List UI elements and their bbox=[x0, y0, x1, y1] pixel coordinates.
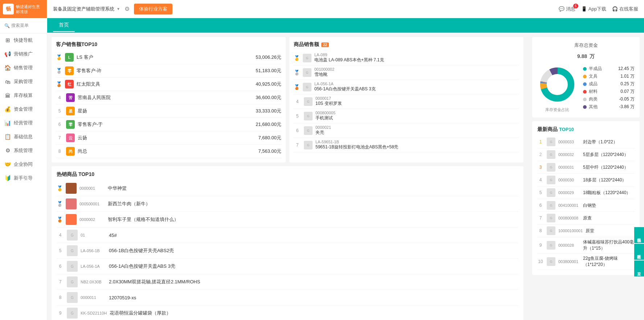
latest-product-item: 2 G 0000032 5层多层（1220*2440） bbox=[537, 148, 635, 161]
message-button[interactable]: 💬 消息 6 bbox=[559, 6, 575, 12]
latest-product-icon: G bbox=[547, 241, 555, 250]
sidebar-item-marketing[interactable]: 📢营销推广 bbox=[0, 47, 47, 61]
hot-product-code: KK-SD22110H bbox=[81, 311, 107, 315]
panels-container: 客户销售额TOP10 🥇 L LS 客户 53,006.26元 🥈 零 零售客户… bbox=[47, 33, 528, 320]
product-thumbnail: G bbox=[67, 292, 78, 303]
svg-point-7 bbox=[547, 75, 567, 94]
latest-products-list: 1 G 0000033 封边带（1.0*22） 2 G 0000032 5层多层… bbox=[537, 136, 635, 270]
sidebar-item-sales[interactable]: 🏠销售管理 bbox=[0, 61, 47, 75]
nav-icon-quick-nav: ⊞ bbox=[4, 37, 11, 44]
online-service-button[interactable]: 🎧 在线客服 bbox=[612, 6, 638, 12]
latest-product-icon: G bbox=[547, 257, 555, 266]
latest-product-item: 3 G 0000031 5层中纤（1220*2440） bbox=[537, 161, 635, 174]
settings-icon[interactable]: ⚙ bbox=[125, 5, 130, 12]
medal-icon: 🥈 bbox=[294, 70, 300, 75]
search-menu-button[interactable]: 🔍 搜索菜单 bbox=[3, 21, 44, 30]
nav-icon-enterprise: 🤝 bbox=[4, 161, 11, 168]
float-btn-service-community[interactable]: 服务社区 bbox=[634, 244, 644, 260]
product-sales-item: 🥉 G LA-056-1A 056-1A白色按键开关盖ABS 3克 bbox=[294, 80, 519, 94]
product-thumbnail bbox=[66, 214, 77, 225]
latest-product-item: 9 G 0000028 体碱嘉核味苏打饮品400毫升（1*15） bbox=[537, 237, 635, 254]
legend-value: 12.45 万 bbox=[618, 66, 635, 72]
latest-rank: 3 bbox=[537, 165, 544, 170]
customer-name: 红太阳文具 bbox=[77, 81, 253, 87]
float-btn-direct-sell[interactable]: 直卖 bbox=[634, 260, 644, 276]
latest-product-icon: G bbox=[547, 188, 555, 197]
page-navigation: 首页 bbox=[47, 18, 644, 33]
sidebar-item-finance[interactable]: 💰资金管理 bbox=[0, 102, 47, 116]
customer-amount: 21,680.00元 bbox=[256, 121, 281, 128]
latest-product-item: 4 G 0000030 18多层（1220*2440） bbox=[537, 174, 635, 186]
hot-products-list: 🥇 0000001 中华神篮 🥈 000500001 新西兰牛肉（新牛） 🥉 0… bbox=[57, 181, 518, 320]
right-sidebar: 库存总资金 9.88 万 bbox=[528, 33, 644, 320]
rank-number: 7 bbox=[294, 143, 301, 148]
product-icon: G bbox=[303, 68, 311, 77]
hot-product-code: 0000001 bbox=[80, 186, 105, 190]
nav-label-system: 系统管理 bbox=[14, 147, 33, 154]
hot-product-code: 0000002 bbox=[80, 217, 105, 222]
product-icon: G bbox=[304, 141, 313, 149]
hot-product-name: 2.0X30MM双搓花轴,搓花直径2.1MM/ROHS bbox=[109, 279, 518, 285]
latest-rank: 2 bbox=[537, 152, 544, 157]
medal-icon: 🥇 bbox=[294, 55, 300, 61]
latest-product-item: 6 G 004100001 白钢垫 bbox=[537, 199, 635, 212]
latest-name: 22g鱼豆腐-烧烤味（1*12*20） bbox=[583, 255, 635, 268]
hot-product-item: 9 G KK-SD22110H 花语萌恒温分罐罐袋（厚款） bbox=[57, 305, 518, 320]
hot-product-code: 01 bbox=[81, 233, 106, 237]
latest-product-icon: G bbox=[547, 226, 555, 235]
product-name: 59651-1B旋转投影灯电池盒ABS黑色+58壳 bbox=[315, 144, 519, 150]
nav-icon-sales: 🏠 bbox=[4, 65, 11, 71]
hot-product-item: 🥉 0000002 智利车子里（规格不知道填什么） bbox=[57, 212, 518, 227]
logo-text: 畅捷通好生意 标准版 bbox=[16, 4, 40, 15]
latest-products-panel: 最新商品 TOP10 1 G 0000033 封边带（1.0*22） 2 G 0… bbox=[532, 121, 640, 275]
sidebar-item-enterprise[interactable]: 🤝企业协同 bbox=[0, 157, 47, 171]
sidebar-item-inventory[interactable]: 🏛库存核算 bbox=[0, 89, 47, 102]
latest-product-item: 8 G 10000100001 原堂 bbox=[537, 225, 635, 237]
latest-code: 0000029 bbox=[558, 190, 580, 195]
customer-avatar: 尚 bbox=[66, 147, 75, 156]
nav-icon-basic: 📋 bbox=[4, 134, 11, 140]
product-thumbnail: G bbox=[67, 276, 78, 287]
legend-item: 文具 1.01 万 bbox=[583, 73, 635, 79]
product-info: LA-089 电池盖 LA-089 ABS本色+黑种 7.1克 bbox=[314, 53, 519, 63]
latest-product-icon: G bbox=[547, 176, 555, 184]
nav-icon-marketing: 📢 bbox=[4, 51, 11, 57]
medal-icon: 🥉 bbox=[294, 84, 300, 90]
sidebar-search[interactable]: 🔍 搜索菜单 bbox=[0, 18, 47, 33]
message-icon: 💬 bbox=[559, 6, 564, 12]
latest-product-icon: G bbox=[547, 150, 555, 159]
logo-icon: 畅 bbox=[3, 4, 14, 15]
latest-code: 10000100001 bbox=[558, 229, 583, 233]
hot-product-code: LA-056-1B bbox=[81, 249, 106, 253]
product-name: 雪地靴 bbox=[314, 71, 519, 78]
customer-amount: 7,680.00元 bbox=[258, 135, 281, 141]
customer-ranking-title: 客户销售额TOP10 bbox=[56, 41, 281, 48]
legend-dot bbox=[583, 98, 587, 101]
product-info: 000800005 手机测试 bbox=[315, 111, 519, 121]
product-code: LA-089 bbox=[314, 53, 519, 57]
product-code: LA-59651-1B bbox=[315, 140, 519, 144]
nav-label-sales: 销售管理 bbox=[14, 65, 33, 71]
main-content: 装备及固定资产辅助管理系统 ▼ ⚙ 体验行业方案 💬 消息 6 📱 App下载 … bbox=[47, 0, 644, 320]
float-btn-customer-service[interactable]: 客服热线 bbox=[634, 227, 644, 243]
rank-number: 5 bbox=[56, 108, 63, 114]
sidebar-item-guide[interactable]: 🔰新手引导 bbox=[0, 171, 47, 185]
legend-name: 其他 bbox=[589, 104, 617, 110]
app-download-button[interactable]: 📱 App下载 bbox=[581, 6, 606, 12]
sidebar-item-quick-nav[interactable]: ⊞快捷导航 bbox=[0, 33, 47, 47]
hot-product-code: 0000011 bbox=[81, 295, 106, 300]
sidebar-item-basic[interactable]: 📋基础信息 bbox=[0, 130, 47, 144]
sidebar-item-purchase[interactable]: 🛍采购管理 bbox=[0, 75, 47, 89]
nav-home[interactable]: 首页 bbox=[53, 19, 75, 32]
float-buttons: 客服热线服务社区直卖 bbox=[634, 227, 644, 276]
sidebar-item-operation[interactable]: 📊经营管理 bbox=[0, 116, 47, 130]
product-info: LA-59651-1B 59651-1B旋转投影灯电池盒ABS黑色+58壳 bbox=[315, 140, 519, 150]
trial-button[interactable]: 体验行业方案 bbox=[134, 4, 172, 15]
sidebar-item-system[interactable]: ⚙系统管理 bbox=[0, 144, 47, 157]
nav-label-purchase: 采购管理 bbox=[14, 78, 33, 85]
legend-dot bbox=[583, 105, 587, 109]
product-thumbnail: G bbox=[67, 230, 78, 241]
legend-value: 0.25 万 bbox=[620, 81, 635, 87]
dropdown-icon[interactable]: ▼ bbox=[117, 7, 120, 11]
latest-code: 000800008 bbox=[558, 216, 580, 220]
